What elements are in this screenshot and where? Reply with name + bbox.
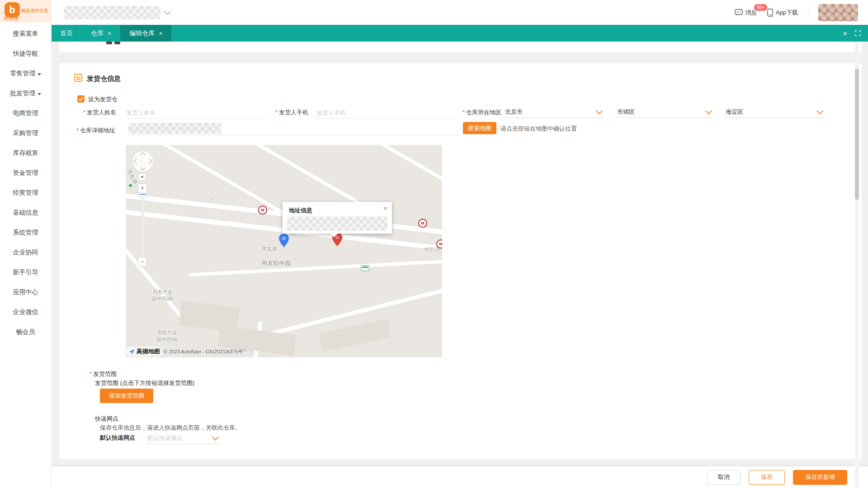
sidebar: b 畅捷通好生意 标准版 搜索菜单 快捷导航 零售管理 批发管理 电商管理 采购… <box>0 0 52 488</box>
tab-home[interactable]: 首页 <box>51 25 82 42</box>
cancel-button[interactable]: 取消 <box>707 470 741 485</box>
add-shipping-scope-button[interactable]: 添加发货范围 <box>100 389 153 403</box>
address-info-popup: 地址信息 <box>283 202 392 234</box>
scrollbar-thumb[interactable] <box>855 69 859 200</box>
tab-bar: 首页 仓库 编辑仓库 <box>51 25 868 42</box>
consignor-phone-input[interactable] <box>316 107 456 119</box>
sidebar-item-search-menu[interactable]: 搜索菜单 <box>0 24 51 44</box>
map-zoom-slider-track[interactable] <box>142 194 144 259</box>
city-select[interactable]: 市辖区 <box>616 107 713 118</box>
sidebar-item-collaboration[interactable]: 企业协同 <box>0 243 51 263</box>
messages-button[interactable]: 消息 99+ <box>735 9 757 17</box>
tab-label: 仓库 <box>91 29 104 38</box>
footer-action-bar: 取消 保存 保存并新增 <box>51 466 868 488</box>
sidebar-item-beginner-guide[interactable]: 新手引导 <box>0 263 51 282</box>
map-compass-control[interactable] <box>132 150 154 172</box>
sidebar-item-purchase[interactable]: 采购管理 <box>0 123 51 143</box>
map-locate-button[interactable] <box>138 173 146 181</box>
map-zoom-slider-handle[interactable] <box>138 192 147 197</box>
map-zoom-in-button[interactable]: + <box>138 183 147 192</box>
province-select[interactable]: 北京市 <box>504 107 604 118</box>
sidebar-item-label: 零售管理 <box>10 70 35 78</box>
sidebar-item-label: 新手引导 <box>13 268 38 277</box>
map-canvas[interactable]: → ← 用友路 用友路 用友软件园 用友产业园中区8B 用友产业园中区8A 东门… <box>126 145 442 357</box>
sidebar-item-wecom[interactable]: 企业微信 <box>0 302 51 322</box>
city-value: 市辖区 <box>617 108 635 116</box>
metro-station-icon: M <box>258 206 267 215</box>
app-window: b 畅捷通好生意 标准版 搜索菜单 快捷导航 零售管理 批发管理 电商管理 采购… <box>0 0 868 488</box>
app-download-button[interactable]: App下载 <box>767 9 798 17</box>
save-and-new-button[interactable]: 保存并新增 <box>793 470 847 485</box>
warehouse-address-label: *仓库详细地址 <box>76 127 115 135</box>
sidebar-item-label: 电商管理 <box>13 109 38 117</box>
district-select[interactable]: 海淀区 <box>725 107 824 118</box>
sidebar-item-label: 批发管理 <box>10 89 35 98</box>
sidebar-menu: 搜索菜单 快捷导航 零售管理 批发管理 电商管理 采购管理 库存核算 资金管理 … <box>0 24 51 342</box>
block-label: 园中区8B <box>152 296 173 301</box>
set-shipping-warehouse-checkbox[interactable] <box>77 95 85 103</box>
map-attribution: 高德地图 © 2023 AutoNavi - GS(2021)6375号 <box>127 347 243 356</box>
chevron-down-icon <box>596 108 603 115</box>
company-selector-redacted[interactable] <box>64 6 160 19</box>
sidebar-item-funds[interactable]: 资金管理 <box>0 163 51 183</box>
chevron-down-icon <box>816 108 824 115</box>
sidebar-item-system[interactable]: 系统管理 <box>0 223 51 243</box>
sidebar-item-label: 应用中心 <box>13 288 38 296</box>
blue-location-marker[interactable] <box>279 234 289 247</box>
warehouse-address-value-redacted <box>128 123 221 134</box>
message-bubble-icon <box>735 9 743 16</box>
sidebar-item-inventory[interactable]: 库存核算 <box>0 143 51 163</box>
block-label: 用友产业 <box>157 330 177 335</box>
courier-description: 保存仓库信息后，请进入快递网点页面，关联此仓库。 <box>100 424 241 432</box>
default-courier-label: 默认快递网点 <box>100 434 135 442</box>
close-popup-icon[interactable] <box>383 205 387 213</box>
close-tab-icon[interactable] <box>159 30 162 37</box>
road-direction-arrow: ← <box>265 252 271 258</box>
chevron-down-icon <box>705 108 712 115</box>
metro-station-icon: M <box>436 239 442 249</box>
bus-stop-icon <box>361 265 369 271</box>
checkbox-label: 设为发货仓 <box>88 95 118 103</box>
sidebar-item-quick-nav[interactable]: 快捷导航 <box>0 44 51 64</box>
section-list-icon <box>74 74 82 82</box>
block-label: 园中区8A <box>156 337 177 342</box>
close-all-tabs-icon[interactable] <box>843 29 848 38</box>
save-button[interactable]: 保存 <box>749 470 785 485</box>
sidebar-item-basic-info[interactable]: 基础信息 <box>0 203 51 223</box>
clipped-scrolled-content <box>114 42 120 44</box>
map-road <box>165 145 367 208</box>
consignor-name-input[interactable] <box>125 107 265 119</box>
area-label: 用友软件园 <box>261 259 291 267</box>
gate-label: 东门 <box>242 347 252 353</box>
tab-warehouse[interactable]: 仓库 <box>82 25 120 42</box>
fullscreen-icon[interactable] <box>855 30 861 36</box>
chevron-down-icon <box>38 73 41 75</box>
search-map-button[interactable]: 搜索地图 <box>463 122 496 134</box>
map-copyright: © 2023 AutoNavi - GS(2021)6375号 <box>164 348 243 355</box>
section-title: 发货仓信息 <box>87 75 121 83</box>
close-tab-icon[interactable] <box>108 30 111 37</box>
sidebar-item-label: 快捷导航 <box>13 50 38 58</box>
sidebar-item-ecommerce[interactable]: 电商管理 <box>0 103 51 123</box>
app-download-label: App下载 <box>776 9 798 17</box>
map-zoom-out-button[interactable]: − <box>138 257 147 266</box>
chevron-down-icon[interactable] <box>164 8 171 15</box>
tab-label: 编辑仓库 <box>129 29 155 38</box>
avatar[interactable] <box>818 4 858 21</box>
search-map-hint: 请点击按钮在地图中确认位置 <box>500 125 577 133</box>
tab-edit-warehouse[interactable]: 编辑仓库 <box>120 25 171 42</box>
sidebar-item-operation[interactable]: 经营管理 <box>0 183 51 203</box>
page-scrollbar[interactable] <box>855 42 859 488</box>
top-header: 消息 99+ App下载 <box>51 0 868 25</box>
divider <box>808 7 808 19</box>
sidebar-item-app-center[interactable]: 应用中心 <box>0 282 51 302</box>
sidebar-item-member[interactable]: 畅会员 <box>0 322 51 342</box>
sidebar-item-label: 系统管理 <box>13 229 38 237</box>
sidebar-item-retail[interactable]: 零售管理 <box>0 64 51 84</box>
consignor-name-label: *发货人姓名 <box>83 108 116 117</box>
messages-badge: 99+ <box>753 3 768 12</box>
default-courier-select[interactable] <box>146 432 221 444</box>
warehouse-address-input[interactable] <box>128 135 461 135</box>
sidebar-item-wholesale[interactable]: 批发管理 <box>0 84 51 103</box>
shipping-scope-hint: 发货范围 (点击下方按钮选择发货范围) <box>95 379 194 387</box>
